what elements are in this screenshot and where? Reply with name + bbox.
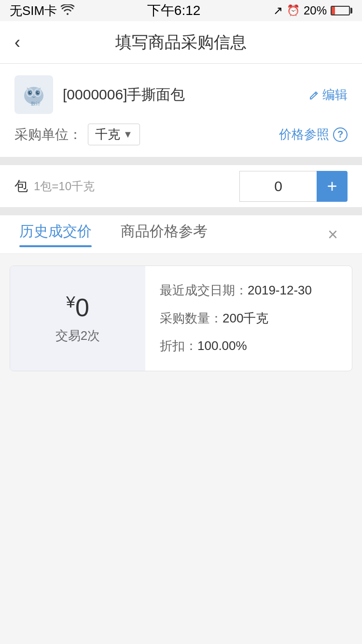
divider-2 bbox=[0, 208, 362, 215]
detail-row-quantity: 采购数量：200千克 bbox=[160, 308, 337, 329]
detail-quantity-label: 采购数量： bbox=[160, 311, 223, 325]
location-icon: ↗ bbox=[273, 4, 283, 17]
unit-conversion: 1包=10千克 bbox=[34, 179, 95, 194]
quantity-input[interactable] bbox=[239, 171, 317, 202]
help-icon: ? bbox=[333, 127, 348, 142]
wifi-icon bbox=[61, 3, 74, 18]
alarm-icon: ⏰ bbox=[287, 4, 300, 17]
tab-history-label: 历史成交价 bbox=[19, 222, 92, 245]
svg-point-8 bbox=[38, 92, 39, 93]
battery-percent: 20% bbox=[304, 4, 327, 17]
edit-button[interactable]: 编辑 bbox=[309, 86, 348, 103]
product-name: [0000006]手撕面包 bbox=[63, 85, 185, 105]
svg-point-5 bbox=[28, 91, 31, 95]
carrier-text: 无SIM卡 bbox=[10, 2, 57, 19]
detail-date-value: 2019-12-30 bbox=[248, 283, 312, 297]
back-button[interactable]: ‹ bbox=[14, 32, 20, 53]
unit-box-label: 包 bbox=[14, 177, 28, 196]
tabs-wrapper: 历史成交价 商品价格参考 bbox=[19, 215, 208, 253]
price-ref-label: 价格参照 bbox=[279, 126, 329, 143]
quantity-label: 包 1包=10千克 bbox=[14, 177, 95, 196]
tab-active-underline bbox=[19, 245, 92, 247]
quantity-row: 包 1包=10千克 + bbox=[0, 165, 362, 208]
unit-section: 采购单位： 千克 ▼ bbox=[14, 124, 140, 145]
transaction-count: 交易2次 bbox=[56, 327, 100, 344]
unit-value: 千克 bbox=[95, 126, 120, 143]
tabs-container: 历史成交价 商品价格参考 × bbox=[0, 215, 362, 254]
transaction-card: ¥0 交易2次 最近成交日期：2019-12-30 采购数量：200千克 折扣：… bbox=[10, 266, 352, 371]
close-button[interactable]: × bbox=[323, 220, 343, 250]
dropdown-arrow-icon: ▼ bbox=[123, 129, 133, 140]
tab-product-price-label: 商品价格参考 bbox=[121, 222, 208, 245]
currency-symbol: ¥ bbox=[66, 293, 75, 311]
quantity-plus-button[interactable]: + bbox=[317, 171, 348, 202]
tab-history-price[interactable]: 历史成交价 bbox=[19, 222, 92, 247]
page-title: 填写商品采购信息 bbox=[115, 31, 247, 54]
battery-icon bbox=[331, 6, 352, 15]
transaction-left: ¥0 交易2次 bbox=[10, 266, 145, 371]
transaction-price: ¥0 bbox=[66, 293, 89, 322]
svg-point-6 bbox=[36, 91, 39, 95]
detail-row-date: 最近成交日期：2019-12-30 bbox=[160, 280, 337, 301]
unit-dropdown[interactable]: 千克 ▼ bbox=[88, 124, 140, 145]
price-reference-button[interactable]: 价格参照 ? bbox=[279, 126, 348, 143]
status-bar: 无SIM卡 下午6:12 ↗ ⏰ 20% bbox=[0, 0, 362, 21]
detail-quantity-value: 200千克 bbox=[223, 311, 268, 325]
detail-date-label: 最近成交日期： bbox=[160, 283, 248, 297]
detail-discount-value: 100.00% bbox=[197, 338, 247, 353]
price-value: 0 bbox=[75, 294, 89, 322]
unit-label: 采购单位： bbox=[14, 126, 82, 144]
content-area: ¥0 交易2次 最近成交日期：2019-12-30 采购数量：200千克 折扣：… bbox=[0, 254, 362, 544]
quantity-input-group: + bbox=[239, 171, 348, 202]
detail-discount-label: 折扣： bbox=[160, 338, 197, 353]
transaction-right: 最近成交日期：2019-12-30 采购数量：200千克 折扣：100.00% bbox=[145, 266, 352, 371]
status-left: 无SIM卡 bbox=[10, 2, 74, 19]
status-time: 下午6:12 bbox=[147, 1, 201, 20]
status-right: ↗ ⏰ 20% bbox=[273, 4, 352, 17]
detail-row-discount: 折扣：100.00% bbox=[160, 336, 337, 356]
product-thumbnail: 数计 bbox=[14, 75, 53, 114]
tab-product-price[interactable]: 商品价格参考 bbox=[121, 222, 208, 247]
nav-bar: ‹ 填写商品采购信息 bbox=[0, 21, 362, 64]
svg-point-7 bbox=[30, 92, 31, 93]
edit-icon bbox=[309, 89, 320, 100]
svg-text:数计: 数计 bbox=[31, 101, 41, 106]
product-card: 数计 [0000006]手撕面包 编辑 采购单位： 千克 ▼ 价格参照 ? bbox=[0, 64, 362, 157]
divider-1 bbox=[0, 157, 362, 165]
